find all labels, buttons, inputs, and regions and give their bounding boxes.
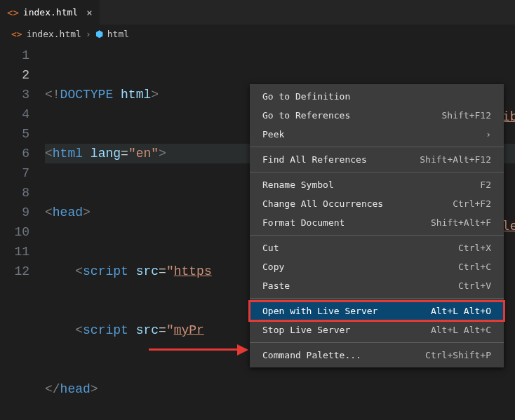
menu-paste[interactable]: PasteCtrl+V (250, 276, 504, 295)
menu-separator (250, 342, 504, 343)
menu-cut[interactable]: CutCtrl+X (250, 238, 504, 257)
line-number: 10 (0, 222, 29, 242)
menu-stop-live-server[interactable]: Stop Live ServerAlt+L Alt+C (250, 320, 504, 339)
menu-find-all-references[interactable]: Find All ReferencesShift+Alt+F12 (250, 150, 504, 169)
line-number: 4 (0, 104, 29, 124)
tab-bar: <> index.html × (0, 0, 515, 25)
menu-rename-symbol[interactable]: Rename SymbolF2 (250, 175, 504, 194)
line-number: 5 (0, 124, 29, 144)
obscured-text: ibs (502, 109, 515, 123)
menu-command-palette[interactable]: Command Palette...Ctrl+Shift+P (250, 346, 504, 365)
context-menu: Go to Definition Go to ReferencesShift+F… (250, 84, 504, 367)
line-number: 7 (0, 163, 29, 183)
line-number: 8 (0, 183, 29, 203)
menu-separator (250, 298, 504, 299)
breadcrumb-symbol: html (107, 29, 129, 39)
menu-format-document[interactable]: Format DocumentShift+Alt+F (250, 213, 504, 232)
line-number: 2 (0, 65, 29, 85)
close-icon[interactable]: × (86, 7, 92, 18)
obscured-text: le (502, 218, 515, 233)
tab-index-html[interactable]: <> index.html × (0, 0, 100, 25)
line-number: 9 (0, 203, 29, 222)
menu-open-with-live-server[interactable]: Open with Live ServerAlt+L Alt+O (250, 302, 504, 320)
line-number: 11 (0, 242, 29, 262)
line-number: 1 (0, 46, 29, 65)
menu-separator (250, 172, 504, 172)
menu-go-to-references[interactable]: Go to ReferencesShift+F12 (250, 106, 504, 125)
html-file-icon: <> (7, 7, 19, 18)
menu-copy[interactable]: CopyCtrl+C (250, 257, 504, 276)
menu-peek[interactable]: Peek› (250, 125, 504, 144)
line-number: 6 (0, 144, 29, 163)
breadcrumb[interactable]: <> index.html › ⬢ html (0, 25, 515, 43)
html-file-icon: <> (11, 29, 22, 39)
line-number: 12 (0, 262, 29, 281)
chevron-right-icon: › (86, 29, 91, 39)
tab-label: index.html (23, 7, 78, 18)
line-number: 3 (0, 85, 29, 104)
chevron-right-icon: › (486, 129, 491, 140)
menu-go-to-definition[interactable]: Go to Definition (250, 87, 504, 106)
line-number-gutter: 1 2 3 4 5 6 7 8 9 10 11 12 (0, 46, 45, 420)
symbol-icon: ⬢ (95, 29, 103, 39)
breadcrumb-file: index.html (27, 29, 81, 39)
code-line: </head> (45, 379, 515, 399)
menu-separator (250, 235, 504, 236)
menu-separator (250, 147, 504, 147)
menu-change-all-occurrences[interactable]: Change All OccurrencesCtrl+F2 (250, 194, 504, 213)
